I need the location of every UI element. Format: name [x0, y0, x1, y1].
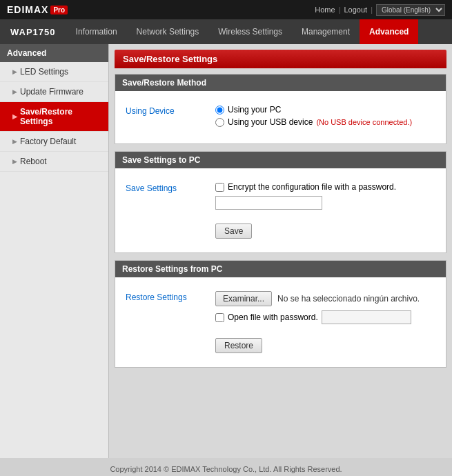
encrypt-label: Encrypt the configuration file with a pa…	[228, 182, 396, 192]
save-button[interactable]: Save	[215, 224, 252, 239]
top-links: Home | Logout | Global (English)	[315, 4, 445, 16]
section-save-body: Save Settings Encrypt the configuration …	[115, 168, 446, 252]
sep2: |	[371, 6, 373, 14]
footer: Copyright 2014 © EDIMAX Technology Co., …	[0, 458, 452, 476]
using-device-row: Using Device Using your PC Using your US…	[126, 99, 435, 135]
open-pw-label: Open file with password.	[228, 313, 318, 322]
arrow-icon: ▶	[12, 88, 17, 95]
no-file-text: No se ha seleccionado ningún archivo.	[277, 294, 420, 304]
open-pw-row: Open file with password.	[215, 310, 435, 324]
nav-advanced[interactable]: Advanced	[360, 19, 418, 44]
sidebar-save-label: Save/Restore Settings	[20, 107, 101, 126]
section-method-body: Using Device Using your PC Using your US…	[115, 91, 446, 143]
open-pw-input[interactable]	[322, 310, 411, 324]
sidebar-update-label: Update Firmware	[20, 87, 83, 97]
sidebar-led-label: LED Settings	[20, 67, 68, 77]
radio-pc[interactable]	[215, 106, 224, 115]
no-usb-text: (No USB device connected.)	[316, 118, 412, 126]
section-save-title: Save Settings to PC	[115, 152, 446, 168]
content-area: Save/Restore Settings Save/Restore Metho…	[109, 44, 452, 458]
radio-usb-label: Using your USB device	[228, 117, 313, 127]
save-password-input[interactable]	[215, 196, 322, 210]
restore-settings-row: Restore Settings Examinar... No se ha se…	[126, 286, 435, 359]
arrow-icon: ▶	[12, 158, 17, 165]
save-settings-row: Save Settings Encrypt the configuration …	[126, 177, 435, 244]
restore-settings-label: Restore Settings	[126, 291, 215, 302]
section-restore-title: Restore Settings from PC	[115, 261, 446, 277]
nav-network-settings[interactable]: Network Settings	[127, 19, 209, 44]
main-layout: Advanced ▶ LED Settings ▶ Update Firmwar…	[0, 44, 452, 458]
using-device-label: Using Device	[126, 105, 215, 116]
logo-area: EDIMAX Pro	[7, 4, 315, 15]
save-settings-label: Save Settings	[126, 182, 215, 193]
open-pw-checkbox[interactable]	[215, 313, 224, 322]
sidebar-item-save-restore[interactable]: ▶ Save/Restore Settings	[0, 102, 108, 132]
using-device-field: Using your PC Using your USB device (No …	[215, 105, 435, 130]
sidebar-item-reboot[interactable]: ▶ Reboot	[0, 152, 108, 172]
logo-text: EDIMAX	[7, 4, 48, 15]
radio-pc-option: Using your PC	[215, 105, 435, 115]
logout-link[interactable]: Logout	[344, 6, 367, 14]
restore-settings-field: Examinar... No se ha seleccionado ningún…	[215, 291, 435, 353]
arrow-icon: ▶	[12, 68, 17, 75]
page-title: Save/Restore Settings	[115, 50, 446, 68]
model-name: WAP1750	[0, 19, 66, 44]
sep1: |	[339, 6, 341, 14]
section-method: Save/Restore Method Using Device Using y…	[115, 74, 446, 144]
nav-wireless-settings[interactable]: Wireless Settings	[208, 19, 292, 44]
language-select[interactable]: Global (English)	[376, 4, 445, 16]
footer-text: Copyright 2014 © EDIMAX Technology Co., …	[110, 465, 342, 473]
arrow-icon: ▶	[12, 138, 17, 145]
section-restore: Restore Settings from PC Restore Setting…	[115, 260, 446, 368]
sidebar-item-update-firmware[interactable]: ▶ Update Firmware	[0, 82, 108, 102]
encrypt-checkbox-row: Encrypt the configuration file with a pa…	[215, 182, 435, 192]
radio-pc-label: Using your PC	[228, 105, 281, 115]
section-method-title: Save/Restore Method	[115, 75, 446, 91]
sidebar-title: Advanced	[0, 44, 108, 62]
nav-information[interactable]: Information	[66, 19, 127, 44]
file-row: Examinar... No se ha seleccionado ningún…	[215, 291, 435, 306]
arrow-icon: ▶	[12, 113, 17, 120]
top-bar: EDIMAX Pro Home | Logout | Global (Engli…	[0, 0, 452, 19]
sidebar-factory-label: Factory Default	[20, 137, 76, 146]
sidebar: Advanced ▶ LED Settings ▶ Update Firmwar…	[0, 44, 109, 458]
encrypt-checkbox[interactable]	[215, 183, 224, 192]
sidebar-reboot-label: Reboot	[20, 157, 47, 166]
sidebar-item-led-settings[interactable]: ▶ LED Settings	[0, 62, 108, 82]
browse-button[interactable]: Examinar...	[215, 291, 272, 306]
save-settings-field: Encrypt the configuration file with a pa…	[215, 182, 435, 239]
restore-button[interactable]: Restore	[215, 338, 262, 353]
radio-usb[interactable]	[215, 118, 224, 127]
section-save: Save Settings to PC Save Settings Encryp…	[115, 151, 446, 253]
nav-bar: WAP1750 Information Network Settings Wir…	[0, 19, 452, 44]
section-restore-body: Restore Settings Examinar... No se ha se…	[115, 277, 446, 367]
logo-pro: Pro	[50, 6, 68, 14]
nav-management[interactable]: Management	[292, 19, 360, 44]
sidebar-item-factory-default[interactable]: ▶ Factory Default	[0, 132, 108, 152]
radio-usb-option: Using your USB device (No USB device con…	[215, 117, 435, 127]
home-link[interactable]: Home	[315, 6, 335, 14]
